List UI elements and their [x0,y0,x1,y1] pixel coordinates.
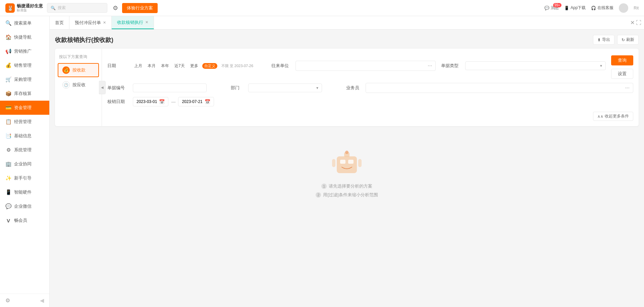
sidebar-item-quicknav[interactable]: 🏠 快捷导航 [0,30,49,44]
date-tab-7days[interactable]: 近7天 [173,62,186,69]
message-action[interactable]: 💬 消息 99+ [544,5,559,11]
export-label: 导出 [602,37,610,43]
writeoff-end-date[interactable]: 2023-07-21 📅 [178,97,214,106]
export-button[interactable]: ⬆ 导出 [593,35,614,45]
page-header: 收款核销执行(按收款) ⬆ 导出 ↻ 刷新 [55,35,639,45]
sidebar-item-finance[interactable]: 💳 资金管理 [0,101,49,115]
sidebar-item-sales[interactable]: 💰 销售管理 [0,58,49,72]
query-button[interactable]: 查询 [611,55,633,65]
headset-icon: 🎧 [591,6,596,10]
bill-type-select[interactable]: ▾ [465,61,606,70]
receivable-option-label: 按应收 [72,82,86,88]
industry-button[interactable]: 体验行业方案 [122,3,158,13]
tab-collection-close[interactable]: ✕ [145,20,148,24]
empty-num-1: 1 [321,184,327,189]
finance-icon: 💳 [5,105,11,111]
collapse-more-label: 收起更多条件 [605,113,629,119]
download-icon: 📱 [564,6,569,10]
tab-home[interactable]: 首页 [50,16,69,29]
writeoff-date-label: 核销日期 [107,99,127,105]
bill-no-input[interactable] [133,84,207,92]
page-title: 收款核销执行(按收款) [55,36,113,44]
svg-point-4 [345,151,348,154]
sidebar-item-hardware[interactable]: 📱 智能硬件 [0,185,49,199]
date-tab-more[interactable]: 更多 [189,62,200,69]
sidebar-item-search[interactable]: 🔍 搜索菜单 [0,16,49,30]
empty-state: 1 请先选择要分析的方案 2 用[过滤]条件来缩小分析范围 [55,126,639,218]
sidebar-item-cooperation[interactable]: 🏢 企业协同 [0,157,49,171]
close-tab-button[interactable]: ✕ [630,19,635,26]
empty-hint-1-text: 请先选择要分析的方案 [329,183,372,189]
counterpart-input[interactable]: ··· [296,61,436,71]
sidebar-collapse-button[interactable]: ◀ [40,297,44,304]
online-service-action[interactable]: 🎧 在线客服 [591,5,613,11]
filter-option-by-collection[interactable]: 💰 按收款 [58,63,99,77]
refresh-label: 刷新 [626,37,634,43]
writeoff-end-date-text: 2023-07-21 [182,99,202,104]
date-hint: 不限 至 2023-07-26 [221,63,253,68]
salesperson-input[interactable]: ··· [366,83,633,93]
sidebar-item-inventory[interactable]: 📦 库存核算 [0,87,49,101]
refresh-button[interactable]: ↻ 刷新 [617,35,639,45]
date-tab-this-month[interactable]: 本月 [146,62,157,69]
message-badge: 99+ [553,3,561,7]
sidebar-item-label: 营销推广 [14,48,32,54]
tab-prepay-label: 预付冲应付单 [75,20,101,26]
dept-label: 部门 [231,85,243,91]
empty-illustration [330,146,364,176]
date-tab-last-month[interactable]: 上月 [133,62,144,69]
collection-option-label: 按收款 [72,67,86,73]
settings-button[interactable]: 设置 [611,69,633,79]
date-custom-badge[interactable]: 自定义 [202,63,217,69]
user-avatar[interactable] [619,3,628,13]
writeoff-start-date[interactable]: 2023-03-01 📅 [133,97,168,106]
tab-bar: 首页 预付冲应付单 ✕ 收款核销执行 ✕ ✕ ⛶ [50,16,644,30]
counterpart-dots-icon[interactable]: ··· [428,63,432,69]
logo-icon: 🐰 [5,3,15,13]
date-range-separator: — [171,99,175,104]
home-icon: 🏠 [5,34,11,40]
sidebar-item-label: 库存核算 [14,91,32,97]
sidebar-item-system[interactable]: ⚙ 系统管理 [0,143,49,157]
svg-rect-2 [348,160,354,164]
maximize-button[interactable]: ⛶ [636,20,641,26]
sidebar-item-label: 智能硬件 [14,189,32,195]
global-search-box[interactable]: 🔍 搜索 [47,3,107,13]
filter-option-by-receivable[interactable]: 🕐 按应收 [58,78,99,92]
refresh-icon: ↻ [622,38,625,42]
collapse-up-icon: ∧∧ [597,114,603,119]
sidebar-item-label: 企业微信 [14,203,32,209]
app-name: 畅捷通好生意 [17,3,43,9]
dept-select[interactable]: ▾ [248,84,322,92]
filter-row-3: 核销日期 2023-03-01 📅 — 2023-07-21 📅 [107,97,633,106]
username-display[interactable]: Rit [634,6,639,10]
bill-type-chevron-icon: ▾ [600,63,602,68]
top-bar-actions: 💬 消息 99+ 📱 App下载 🎧 在线客服 Rit [544,3,639,13]
empty-num-2: 2 [316,192,321,198]
basic-info-icon: 📑 [5,133,11,139]
sidebar-item-weixin[interactable]: 💬 企业微信 [0,199,49,213]
tab-prepay[interactable]: 预付冲应付单 ✕ [69,16,112,29]
sidebar-item-purchase[interactable]: 🛒 采购管理 [0,72,49,87]
app-download-action[interactable]: 📱 App下载 [564,5,586,11]
tab-collection[interactable]: 收款核销执行 ✕ [112,16,154,29]
sidebar-item-member[interactable]: V 畅会员 [0,213,49,227]
gear-icon[interactable]: ⚙ [113,4,118,12]
date-tab-this-year[interactable]: 本年 [160,62,170,69]
sidebar-item-label: 畅会员 [14,217,27,223]
svg-rect-5 [332,159,335,167]
app-download-label: App下载 [571,5,586,11]
filter-row-1: 日期 上月 本月 本年 近7天 更多 自定义 不限 至 2023-07-26 [107,53,633,79]
svg-rect-0 [337,156,357,173]
app-logo: 🐰 畅捷通好生意 标准版 [5,3,43,13]
tab-prepay-close[interactable]: ✕ [103,20,106,25]
sidebar-item-marketing[interactable]: 📢 营销推广 [0,44,49,58]
salesperson-dots-icon[interactable]: ··· [625,85,630,91]
sidebar-item-label: 快捷导航 [14,34,32,40]
collapse-more-button[interactable]: ∧∧ 收起更多条件 [593,112,633,121]
writeoff-start-date-text: 2023-03-01 [137,99,157,104]
sidebar-item-management[interactable]: 📋 经营管理 [0,115,49,129]
settings-bottom-icon[interactable]: ⚙ [5,297,10,304]
sidebar-item-guide[interactable]: ✨ 新手引导 [0,171,49,185]
sidebar-item-basic-info[interactable]: 📑 基础信息 [0,129,49,143]
